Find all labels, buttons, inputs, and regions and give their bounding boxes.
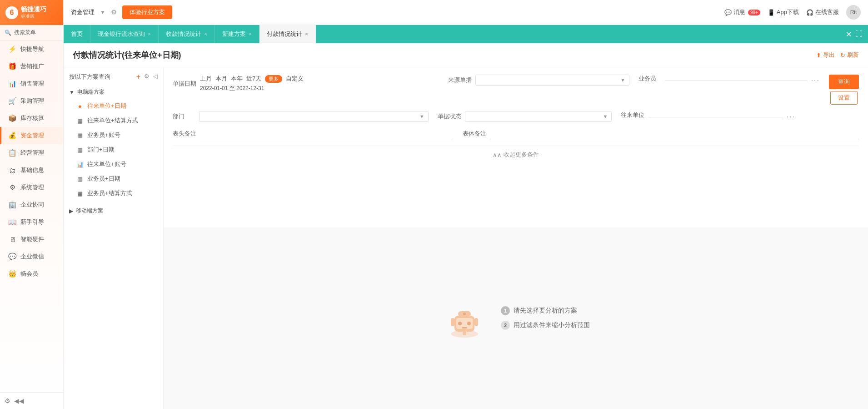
sales-icon: 📊 — [8, 80, 17, 88]
svg-point-9 — [463, 313, 466, 315]
collapse-sidebar-icon[interactable]: ◀◀ — [14, 397, 24, 404]
date-opt-custom[interactable]: 自定义 — [286, 75, 304, 83]
date-opt-last-month[interactable]: 上月 — [200, 75, 212, 83]
mobile-section-arrow-icon: ▶ — [69, 208, 73, 214]
add-plan-icon[interactable]: + — [136, 73, 140, 81]
sidebar-item-inventory[interactable]: 📦 库存核算 — [0, 110, 63, 127]
date-options-wrap: 上月 本月 本年 近7天 更多 自定义 2022-01-01 至 2022-12… — [200, 75, 439, 92]
staff-date-icon: ▦ — [76, 176, 84, 182]
search-menu[interactable]: 🔍 搜索菜单 — [0, 25, 63, 40]
filter-source-field: 来源单据 ▼ — [448, 75, 629, 86]
doc-status-label: 单据状态 — [438, 112, 461, 121]
sidebar-logo: 6 畅捷通巧 标准版 — [0, 0, 63, 25]
query-btn[interactable]: 查询 — [829, 75, 859, 89]
svg-rect-7 — [474, 318, 478, 326]
settings-bottom-icon[interactable]: ⚙ — [5, 397, 10, 404]
sidebar-item-hardware[interactable]: 🖥 智能硬件 — [0, 231, 63, 248]
panel-item-dept-date[interactable]: ▦ 部门+日期 — [64, 142, 163, 157]
right-area: 单据日期 上月 本月 本年 近7天 更多 自定义 20 — [164, 67, 868, 409]
empty-illustration — [442, 295, 487, 341]
tab-bank-flow[interactable]: 现金银行流水查询 × — [90, 25, 159, 43]
settings-plan-icon[interactable]: ⚙ — [144, 73, 150, 81]
logo-icon: 6 — [5, 6, 18, 19]
sidebar-item-weixin[interactable]: 💬 企业微信 — [0, 248, 63, 265]
tab-payment-stats-close[interactable]: × — [305, 31, 308, 37]
avatar[interactable]: Rit — [846, 5, 861, 20]
counterpart-settlement-icon: ▦ — [76, 117, 84, 124]
panel-item-staff-account[interactable]: ▦ 业务员+账号 — [64, 128, 163, 142]
tab-home[interactable]: 首页 — [64, 25, 90, 43]
date-opt-more[interactable]: 更多 — [265, 75, 282, 83]
sidebar: 6 畅捷通巧 标准版 🔍 搜索菜单 ⚡ 快捷导航 🎁 营销推广 📊 销售管理 🛒… — [0, 0, 64, 409]
filter-doc-status-field: 单据状态 ▼ — [438, 111, 612, 122]
expand-tabs-icon[interactable]: ⛶ — [855, 30, 863, 38]
filter-dept-field: 部门 ▼ — [173, 111, 429, 122]
panel-item-staff-settlement[interactable]: ▦ 业务员+结算方式 — [64, 186, 163, 201]
date-opt-last7days[interactable]: 近7天 — [246, 75, 261, 83]
export-btn[interactable]: ⬆ 导出 — [816, 51, 835, 59]
purchase-icon: 🛒 — [8, 97, 17, 105]
sidebar-item-basic[interactable]: 🗂 基础信息 — [0, 162, 63, 179]
topbar-gear-icon[interactable]: ⚙ — [111, 8, 117, 16]
date-opt-this-year[interactable]: 本年 — [231, 75, 243, 83]
collapse-more-btn[interactable]: ∧∧ 收起更多条件 — [173, 146, 859, 163]
collapse-panel-icon[interactable]: ◁ — [153, 73, 158, 81]
sidebar-item-member[interactable]: 👑 畅会员 — [0, 265, 63, 283]
sidebar-item-quick-nav[interactable]: ⚡ 快捷导航 — [0, 40, 63, 58]
breadcrumb: 资金管理 — [71, 8, 95, 16]
sidebar-item-enterprise[interactable]: 🏢 企业协同 — [0, 196, 63, 213]
topbar: 资金管理 ▼ ⚙ 体验行业方案 💬 消息 99+ 📱 App下载 🎧 在线客服 … — [64, 0, 868, 25]
panel-section-mobile-title[interactable]: ▶ 移动端方案 — [64, 204, 163, 217]
source-select[interactable]: ▼ — [475, 75, 629, 86]
trial-btn[interactable]: 体验行业方案 — [122, 5, 172, 19]
panel-item-staff-date[interactable]: ▦ 业务员+日期 — [64, 172, 163, 186]
sidebar-bottom: ⚙ ◀◀ — [0, 392, 63, 409]
staff-label: 业务员 — [639, 75, 661, 83]
sidebar-item-guide[interactable]: 📖 新手引导 — [0, 213, 63, 231]
search-icon: 🔍 — [5, 30, 11, 36]
sidebar-item-sales[interactable]: 📊 销售管理 — [0, 75, 63, 92]
filter-counterpart-field: 往来单位 ... — [621, 111, 795, 119]
tab-new-plan-close[interactable]: × — [249, 31, 252, 37]
message-badge: 99+ — [748, 10, 760, 15]
sidebar-item-operations[interactable]: 📋 经营管理 — [0, 144, 63, 162]
tab-new-plan[interactable]: 新建方案 × — [215, 25, 259, 43]
app-download-btn[interactable]: 📱 App下载 — [768, 8, 799, 16]
tab-receipt-stats-close[interactable]: × — [204, 31, 207, 37]
panel-item-counterpart-account[interactable]: 📊 往来单位+账号 — [64, 157, 163, 172]
tip-num-1: 1 — [501, 306, 510, 315]
sidebar-item-marketing[interactable]: 🎁 营销推广 — [0, 58, 63, 75]
close-all-tabs-icon[interactable]: ✕ — [846, 30, 852, 39]
sidebar-item-system[interactable]: ⚙ 系统管理 — [0, 179, 63, 196]
date-opt-this-month[interactable]: 本月 — [215, 75, 227, 83]
refresh-btn[interactable]: ↻ 刷新 — [840, 51, 859, 59]
page-header: 付款情况统计(往来单位+日期) ⬆ 导出 ↻ 刷新 — [64, 43, 868, 67]
tab-payment-stats[interactable]: 付款情况统计 × — [259, 25, 316, 43]
basic-icon: 🗂 — [8, 167, 17, 174]
online-service-btn[interactable]: 🎧 在线客服 — [806, 8, 839, 16]
doc-status-select[interactable]: ▼ — [465, 111, 612, 122]
counterpart-dots[interactable]: ... — [787, 111, 795, 119]
filter-row-2: 部门 ▼ 单据状态 ▼ — [173, 111, 859, 122]
panel-item-counterpart-date[interactable]: ● 往来单位+日期 — [64, 99, 163, 113]
tab-receipt-stats[interactable]: 收款情况统计 × — [159, 25, 215, 43]
dept-select[interactable]: ▼ — [199, 111, 429, 122]
tab-bank-flow-close[interactable]: × — [148, 31, 151, 37]
sidebar-item-purchase[interactable]: 🛒 采购管理 — [0, 92, 63, 110]
staff-dots[interactable]: ... — [811, 75, 820, 83]
operations-icon: 📋 — [8, 149, 17, 157]
topbar-right: 💬 消息 99+ 📱 App下载 🎧 在线客服 Rit — [724, 5, 861, 20]
panel-section-desktop-title[interactable]: ▼ 电脑端方案 — [64, 86, 163, 99]
sidebar-item-capital[interactable]: 💰 资金管理 — [0, 127, 63, 144]
messages-btn[interactable]: 💬 消息 99+ — [724, 8, 760, 16]
panel-item-counterpart-settlement[interactable]: ▦ 往来单位+结算方式 — [64, 113, 163, 128]
settings-btn[interactable]: 设置 — [830, 91, 858, 105]
header-note-input[interactable] — [200, 128, 454, 139]
date-range: 2022-01-01 至 2022-12-31 — [200, 85, 439, 92]
refresh-icon: ↻ — [840, 52, 845, 59]
empty-tip-2: 2 用过滤条件来缩小分析范围 — [501, 321, 590, 330]
body-note-input[interactable] — [490, 128, 859, 139]
staff-account-icon: ▦ — [76, 132, 84, 139]
marketing-icon: 🎁 — [8, 62, 17, 71]
logo-title: 畅捷通巧 — [21, 5, 46, 13]
